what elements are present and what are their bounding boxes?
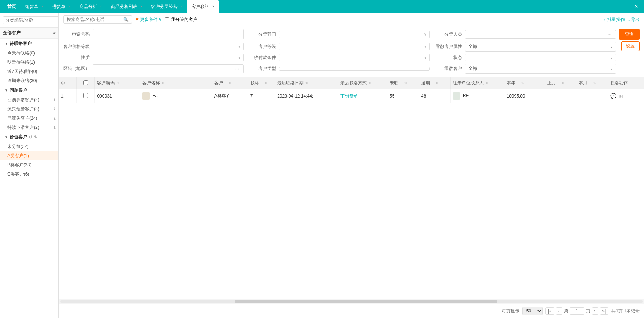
region-dots-icon: ··· [234, 66, 240, 71]
sort-icon-person: ⇅ [486, 81, 489, 85]
sidebar-search-input[interactable] [3, 16, 59, 24]
close-customer-segmentation-icon[interactable]: × [180, 0, 183, 13]
my-customers-checkbox[interactable]: 我分管的客户 [165, 17, 197, 23]
cell-this-year: 10995.00 [504, 89, 545, 103]
more-filters-button[interactable]: ▼ 更多条件 ∨ [135, 17, 162, 23]
sidebar-item-unclassified[interactable]: 未分组(32) [0, 142, 58, 151]
gear-icon[interactable]: ⚙ [61, 81, 65, 86]
sidebar-item-declining[interactable]: 持续下滑客户(2) ℹ [0, 123, 58, 132]
sidebar-item-abnormal-repurchase[interactable]: 回购异常客户(2) ℹ [0, 95, 58, 105]
share-icon[interactable]: ⊞ [619, 93, 623, 99]
filter-row-2: 客户价格等级 ∨ 客户等级 ∨ [63, 42, 616, 52]
nav-purchase-order[interactable]: 进货单 × [48, 0, 75, 13]
sidebar-item-today-contact[interactable]: 今天待联络(0) [0, 49, 58, 58]
batch-icon: ☑ [602, 17, 607, 22]
col-last-contact-date[interactable]: 最后联络日期 ⇅ [275, 77, 338, 89]
first-page-button[interactable]: |« [545, 307, 554, 315]
nav-customer-segmentation[interactable]: 客户分层经营 × [147, 0, 187, 13]
customer-type-select[interactable] [279, 67, 430, 71]
info-icon-2: ℹ [54, 107, 56, 111]
close-customer-contact-icon[interactable]: × [212, 0, 214, 13]
col-last-month[interactable]: 上月... ⇅ [545, 77, 576, 89]
nav-product-analysis[interactable]: 商品分析 × [75, 0, 107, 13]
settings-button[interactable]: 设置 [621, 41, 640, 51]
scrollbar-track[interactable] [60, 300, 643, 303]
payment-select[interactable]: ∨ [279, 54, 430, 61]
main-search-input[interactable] [67, 17, 122, 22]
sidebar-item-class-b[interactable]: B类客户(33) [0, 160, 58, 170]
col-gear[interactable]: ⚙ [59, 77, 77, 89]
nav-sales-order[interactable]: 销货单 × [21, 0, 48, 13]
retail-attr-select[interactable]: 全部 ∨ [465, 42, 616, 52]
main-search-icon[interactable]: 🔍 [123, 17, 129, 22]
prev-page-button[interactable]: ‹ [556, 307, 562, 315]
col-overdue[interactable]: 逾期... ⇅ [419, 77, 450, 89]
all-customers-header[interactable]: 全部客户 « [0, 28, 58, 39]
col-contact-person[interactable]: 往来单位联系人 ⇅ [450, 77, 504, 89]
customer-grade-select[interactable]: ∨ [279, 43, 430, 50]
nav-product-analysis-list[interactable]: 商品分析列表 × [107, 0, 147, 13]
batch-operation-button[interactable]: ☑ 批量操作 [602, 17, 625, 23]
col-not-contacted[interactable]: 未联... ⇅ [387, 77, 419, 89]
horizontal-scrollbar[interactable] [59, 299, 644, 304]
nav-home[interactable]: 首页 [3, 0, 21, 13]
status-field: 状态 ∨ [436, 54, 616, 61]
manager-select[interactable]: ··· [465, 30, 616, 39]
sidebar-item-tomorrow-contact[interactable]: 明天待联络(1) [0, 58, 58, 67]
last-page-button[interactable]: »| [600, 307, 609, 315]
next-page-button[interactable]: › [592, 307, 598, 315]
nav-customer-contact[interactable]: 客户联络 × [187, 0, 219, 13]
search-button[interactable]: 查询 [619, 29, 640, 40]
scrollbar-thumb[interactable] [235, 300, 497, 303]
pending-contact-group[interactable]: ▼ 待联络客户 [0, 39, 58, 49]
chat-icon[interactable]: 💬 [610, 93, 616, 99]
sidebar-item-class-c[interactable]: C类客户(6) [0, 170, 58, 179]
status-select[interactable]: ∨ [465, 54, 616, 61]
sidebar-item-overdue-contact[interactable]: 逾期未联络(30) [0, 76, 58, 85]
close-product-analysis-icon[interactable]: × [100, 0, 102, 13]
col-select-all[interactable] [77, 77, 95, 89]
refresh-icon[interactable]: ↺ [29, 135, 32, 140]
my-customers-check[interactable] [165, 17, 169, 22]
value-customers-group[interactable]: ▼ 价值客户 ↺ ✎ [0, 132, 58, 142]
export-button[interactable]: ↓ 导出 [628, 17, 640, 23]
sidebar-item-7days-contact[interactable]: 近7天待联络(0) [0, 67, 58, 76]
chevron-down-icon-price: ∨ [238, 45, 240, 49]
sidebar-item-churn-warning[interactable]: 流失预警客户(3) ℹ [0, 105, 58, 114]
col-customer-type[interactable]: 客户... ⇅ [212, 77, 248, 89]
price-grade-select[interactable]: ∨ [93, 43, 244, 50]
cell-code: 000031 [95, 89, 140, 103]
all-customers-label: 全部客户 [3, 30, 21, 36]
col-this-month[interactable]: 本月... ⇅ [576, 77, 608, 89]
edit-icon[interactable]: ✎ [34, 135, 37, 140]
chevron-down-icon: ∨ [158, 17, 162, 22]
col-customer-name[interactable]: 客户名称 ⇅ [140, 77, 212, 89]
phone-input[interactable] [93, 29, 244, 39]
nature-select[interactable]: ∨ [93, 54, 244, 61]
col-this-year[interactable]: 本年... ⇅ [504, 77, 545, 89]
close-all-tabs-button[interactable]: × [631, 3, 641, 10]
status-label: 状态 [436, 54, 465, 61]
page-number-input[interactable] [570, 307, 584, 315]
chevron-down-icon-nature: ∨ [238, 56, 240, 60]
col-contact-count[interactable]: 联络... ⇅ [248, 77, 275, 89]
close-sales-order-icon[interactable]: × [41, 0, 43, 13]
sidebar-item-class-a[interactable]: A类客户(1) [0, 151, 58, 160]
close-purchase-order-icon[interactable]: × [68, 0, 71, 13]
col-customer-code[interactable]: 客户编码 ⇅ [95, 77, 140, 89]
arrow-down-icon-2: ▼ [4, 88, 8, 92]
problem-customers-group[interactable]: ▼ 问题客户 [0, 85, 58, 95]
sidebar-item-churned[interactable]: 已流失客户(24) ℹ [0, 114, 58, 123]
sales-order-link[interactable]: 下销货单 [340, 93, 358, 99]
department-select[interactable]: ∨ [279, 31, 430, 38]
cell-checkbox[interactable] [77, 89, 95, 103]
close-product-analysis-list-icon[interactable]: × [140, 0, 143, 13]
cell-type: A类客户 [212, 89, 248, 103]
retail-customer-select[interactable]: 全部 ∨ [465, 64, 616, 74]
per-page-select[interactable]: 50 100 200 [522, 307, 543, 315]
row-checkbox[interactable] [83, 93, 88, 98]
sidebar-collapse-icon[interactable]: « [53, 31, 56, 36]
select-all-checkbox[interactable] [83, 80, 88, 85]
col-last-contact-method[interactable]: 最后联络方式 ⇅ [338, 77, 387, 89]
region-select[interactable]: ··· [93, 64, 244, 73]
